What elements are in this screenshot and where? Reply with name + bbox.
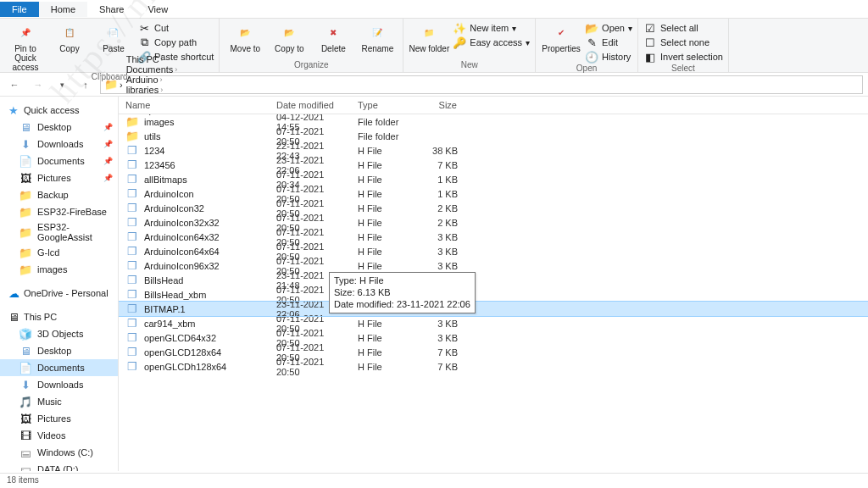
select-none-button[interactable]: ☐Select none: [643, 36, 723, 49]
sidebar-item[interactable]: 📄Documents: [0, 359, 118, 376]
copy-to-button[interactable]: 📂Copy to: [269, 20, 309, 53]
sidebar-item[interactable]: 📁ESP32-GoogleAssist: [0, 220, 118, 244]
file-row[interactable]: ❐ArduinoIcon3207-11-2021 20:50H File2 KB: [119, 201, 868, 215]
file-row[interactable]: 📁utils07-11-2021 20:50File folder: [119, 129, 868, 143]
file-icon: ❐: [125, 259, 139, 273]
breadcrumb[interactable]: 📁 › This PC›Documents›Arduino›libraries›…: [100, 75, 863, 94]
new-folder-button[interactable]: 📁New folder: [409, 20, 449, 53]
file-row[interactable]: ❐ArduinoIcon64x6407-11-2021 20:50H File3…: [119, 244, 868, 258]
this-pc-header[interactable]: 🖥This PC: [0, 308, 118, 325]
copy-button[interactable]: 📋Copy: [49, 20, 90, 53]
recent-button[interactable]: ▾: [53, 75, 71, 94]
sidebar-item[interactable]: ⬇Downloads📌: [0, 136, 118, 152]
easy-access-button[interactable]: 🔑Easy access ▾: [453, 36, 530, 49]
item-icon: 📄: [19, 361, 32, 374]
sidebar-item[interactable]: ⬇Downloads: [0, 376, 118, 393]
pin-quick-access-button[interactable]: 📌Pin to Quick access: [5, 20, 46, 72]
sidebar-item[interactable]: 📄Documents📌: [0, 152, 118, 169]
column-size[interactable]: Size: [417, 97, 465, 114]
rename-button[interactable]: 📝Rename: [357, 20, 398, 53]
chevron-right-icon[interactable]: ›: [120, 80, 123, 90]
file-icon: ❐: [125, 331, 139, 345]
file-row[interactable]: 📁images04-12-2021 14:55File folder: [119, 114, 868, 129]
sidebar-item[interactable]: 🖴DATA (D:): [0, 461, 118, 471]
file-row[interactable]: ❐openGLCD64x3207-11-2021 20:50H File3 KB: [119, 330, 868, 345]
pin-icon: 📌: [103, 174, 113, 182]
item-icon: 🎵: [19, 395, 32, 408]
chevron-right-icon[interactable]: ›: [160, 86, 163, 94]
column-type[interactable]: Type: [351, 97, 417, 114]
chevron-right-icon[interactable]: ›: [160, 75, 163, 84]
open-button[interactable]: 📂Open ▾: [585, 21, 632, 35]
sidebar-item[interactable]: 📁G-lcd: [0, 244, 118, 261]
properties-button[interactable]: ✔Properties: [541, 20, 581, 53]
back-button[interactable]: ←: [5, 75, 24, 94]
file-row[interactable]: ❐openGLCD128x6407-11-2021 20:50H File7 K…: [119, 345, 868, 359]
sidebar-item[interactable]: 🎵Music: [0, 393, 118, 410]
onedrive-header[interactable]: ☁OneDrive - Personal: [0, 285, 118, 302]
sidebar-item[interactable]: 📁ESP32-FireBase: [0, 203, 118, 220]
file-row[interactable]: ❐123422-11-2021 22:43H File38 KB: [119, 143, 868, 158]
breadcrumb-item[interactable]: Arduino›: [125, 75, 180, 85]
file-row[interactable]: ❐BillsHead_xbm07-11-2021 20:50H File6 KB: [119, 287, 868, 302]
item-icon: 🖥: [19, 120, 32, 134]
file-icon: ❐: [125, 173, 139, 186]
sidebar-item[interactable]: 📁images: [0, 261, 118, 278]
copy-path-button[interactable]: ⧉Copy path: [137, 36, 214, 49]
sidebar-item[interactable]: 🖥Desktop: [0, 342, 118, 359]
column-name[interactable]: Name: [119, 97, 270, 114]
file-row[interactable]: ❐car914_xbm07-11-2021 20:50H File3 KB: [119, 316, 868, 330]
breadcrumb-item[interactable]: Documents›: [125, 64, 180, 75]
sidebar-item[interactable]: 🖴Windows (C:): [0, 444, 118, 461]
sidebar-item[interactable]: 📁Backup: [0, 186, 118, 203]
file-row[interactable]: ❐ArduinoIcon96x3207-11-2021 20:50H File3…: [119, 258, 868, 273]
chevron-right-icon[interactable]: ›: [175, 65, 177, 74]
file-tooltip: Type: H File Size: 6.13 KB Date modified…: [329, 272, 476, 313]
sidebar-item[interactable]: 🎞Videos: [0, 427, 118, 444]
sidebar-item[interactable]: 🖥Desktop📌: [0, 119, 118, 136]
file-row[interactable]: ❐openGLCDh128x6407-11-2021 20:50H File7 …: [119, 359, 868, 374]
item-icon: 🧊: [19, 327, 32, 341]
breadcrumb-item[interactable]: libraries›: [125, 85, 180, 95]
item-icon: 📁: [19, 188, 32, 202]
select-all-button[interactable]: ☑Select all: [643, 21, 723, 35]
cut-button[interactable]: ✂Cut: [137, 21, 214, 35]
forward-button[interactable]: →: [29, 75, 47, 94]
move-to-button[interactable]: 📂Move to: [225, 20, 265, 53]
tab-home[interactable]: Home: [39, 2, 87, 17]
file-row[interactable]: ❐allBitmaps07-11-2021 20:34H File1 KB: [119, 172, 868, 186]
delete-button[interactable]: ✖Delete: [313, 20, 353, 53]
copy-path-icon: ⧉: [137, 36, 151, 49]
sidebar-item[interactable]: 🖼Pictures📌: [0, 169, 118, 186]
quick-access-header[interactable]: ★Quick access: [0, 102, 118, 119]
file-row[interactable]: ❐ArduinoIcon07-11-2021 20:50H File1 KB: [119, 186, 868, 201]
file-row[interactable]: ❐12345623-11-2021 22:06H File7 KB: [119, 158, 868, 172]
file-icon: ❐: [125, 144, 139, 158]
file-row[interactable]: ❐BillsHead23-11-2021 21:48H File2 KB: [119, 273, 868, 287]
file-row[interactable]: ❐ArduinoIcon32x3207-11-2021 20:50H File2…: [119, 215, 868, 230]
history-button[interactable]: 🕘History: [585, 50, 632, 64]
file-icon: ❐: [125, 245, 139, 258]
breadcrumb-item[interactable]: This PC›: [125, 54, 180, 64]
invert-selection-button[interactable]: ◧Invert selection: [643, 50, 723, 64]
file-icon: ❐: [125, 187, 139, 201]
file-row[interactable]: ❐BITMAP.123-11-2021 22:06H File7 KB: [119, 302, 868, 316]
tab-share[interactable]: Share: [87, 2, 136, 17]
up-button[interactable]: ↑: [76, 75, 95, 94]
item-icon: 📁: [19, 225, 32, 239]
column-date[interactable]: Date modified: [270, 97, 351, 114]
tab-view[interactable]: View: [136, 2, 180, 17]
new-item-button[interactable]: ✨New item ▾: [453, 21, 530, 35]
pin-icon: 📌: [103, 123, 113, 131]
sidebar-item[interactable]: 🖼Pictures: [0, 410, 118, 427]
file-row[interactable]: ❐ArduinoIcon64x3207-11-2021 20:50H File3…: [119, 230, 868, 244]
title-tabs: File Home Share View: [0, 0, 868, 19]
chevron-right-icon[interactable]: ›: [161, 55, 164, 64]
item-icon: 📁: [19, 246, 32, 259]
status-bar: 18 items: [0, 473, 868, 488]
edit-button[interactable]: ✎Edit: [585, 36, 632, 49]
sidebar-item[interactable]: 🧊3D Objects: [0, 325, 118, 342]
paste-button[interactable]: 📄Paste: [93, 20, 134, 53]
item-icon: 🎞: [19, 429, 32, 442]
tab-file[interactable]: File: [0, 2, 39, 17]
